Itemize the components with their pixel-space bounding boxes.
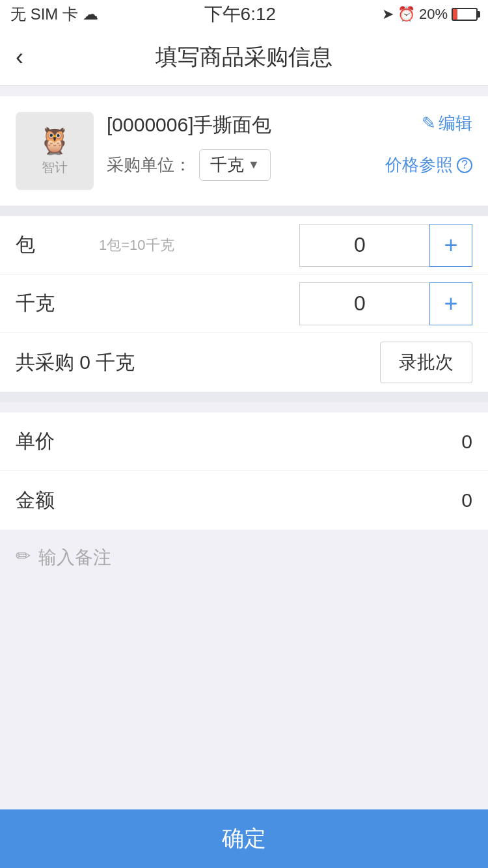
content-spacer: [0, 621, 488, 816]
product-thumbnail: 🦉 智计: [16, 112, 94, 190]
edit-button[interactable]: ✎ 编辑: [422, 112, 472, 135]
amount-row: 金额 0: [0, 471, 488, 530]
bao-plus-button[interactable]: +: [429, 224, 472, 267]
unit-price-value: 0: [461, 431, 472, 453]
bao-input-wrap: +: [299, 224, 472, 267]
remarks-section[interactable]: ✏ 输入备注: [0, 530, 488, 621]
product-unit-row: 采购单位： 千克 ▼ 价格参照 ?: [107, 149, 472, 181]
alarm-icon: ⏰: [398, 6, 415, 23]
remarks-placeholder: 输入备注: [38, 545, 111, 570]
edit-label: 编辑: [439, 112, 472, 135]
battery-percent: 20%: [419, 6, 448, 23]
bao-input-row: 包 1包=10千克 +: [0, 216, 488, 275]
product-icon: 🦉: [38, 126, 71, 156]
battery-icon: [452, 8, 478, 21]
product-card: 🦉 智计 [0000006]手撕面包 采购单位： 千克 ▼ 价格参照 ? ✎ 编…: [0, 96, 488, 206]
unit-select[interactable]: 千克 ▼: [199, 149, 271, 181]
edit-icon: ✎: [422, 113, 436, 133]
status-bar: 无 SIM 卡 ☁ 下午6:12 ➤ ⏰ 20%: [0, 0, 488, 29]
kg-plus-button[interactable]: +: [429, 282, 472, 325]
info-icon: ?: [457, 157, 472, 173]
status-left: 无 SIM 卡 ☁: [10, 4, 98, 25]
page-title: 填写商品采购信息: [156, 42, 332, 72]
record-batch-button[interactable]: 录批次: [380, 342, 472, 383]
bao-label: 包: [16, 232, 94, 258]
summary-text: 共采购 0 千克: [16, 349, 135, 376]
price-ref-label: 价格参照: [385, 154, 453, 176]
nav-bar: ‹ 填写商品采购信息: [0, 29, 488, 86]
location-icon: ➤: [382, 6, 394, 23]
chevron-down-icon: ▼: [248, 158, 260, 172]
separator-2: [0, 392, 488, 402]
unit-value: 千克: [210, 154, 244, 176]
unit-price-label: 单价: [16, 428, 55, 455]
status-time: 下午6:12: [204, 2, 277, 27]
info-section: 单价 0 金额 0: [0, 413, 488, 530]
kg-input-row: 千克 +: [0, 275, 488, 333]
sim-label: 无 SIM 卡 ☁: [10, 4, 98, 25]
price-ref-button[interactable]: 价格参照 ?: [385, 154, 472, 176]
product-info: [0000006]手撕面包 采购单位： 千克 ▼ 价格参照 ?: [107, 112, 472, 181]
separator-1: [0, 206, 488, 216]
product-name: [0000006]手撕面包: [107, 112, 472, 139]
kg-input-wrap: +: [299, 282, 472, 325]
amount-value: 0: [461, 489, 472, 511]
kg-input[interactable]: [299, 282, 429, 325]
summary-row: 共采购 0 千克 录批次: [0, 333, 488, 392]
kg-label: 千克: [16, 290, 94, 317]
confirm-button[interactable]: 确定: [0, 809, 488, 868]
amount-label: 金额: [16, 487, 55, 514]
unit-label: 采购单位：: [107, 154, 191, 176]
input-section: 包 1包=10千克 + 千克 +: [0, 216, 488, 333]
back-button[interactable]: ‹: [16, 44, 23, 71]
pencil-icon: ✏: [16, 545, 31, 567]
unit-price-row: 单价 0: [0, 413, 488, 471]
bao-sublabel: 1包=10千克: [99, 236, 174, 255]
bao-input[interactable]: [299, 224, 429, 267]
status-right: ➤ ⏰ 20%: [382, 6, 478, 23]
brand-label: 智计: [42, 159, 68, 176]
